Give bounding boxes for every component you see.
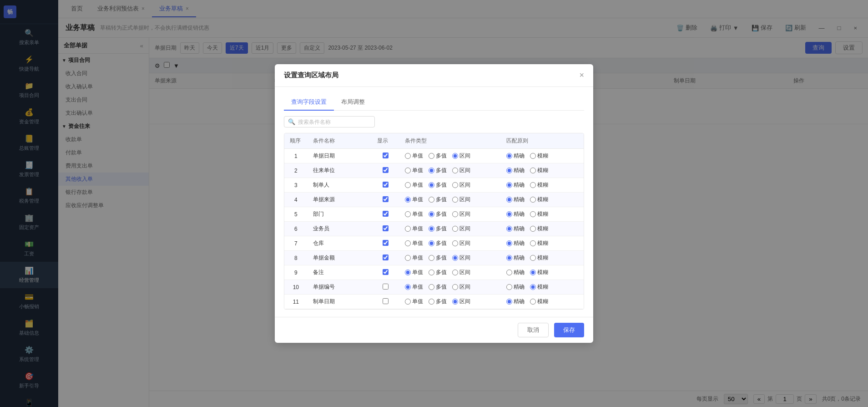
table-row: 2 — [284, 163, 308, 178]
modal-tab-fields[interactable]: 查询字段设置 — [284, 94, 334, 111]
row-type-group: 单值多值区间 — [399, 193, 501, 207]
row-show-checkbox[interactable] — [372, 251, 399, 265]
row-match-group: 精确模糊 — [501, 295, 584, 309]
row-condition-name: 单据金额 — [308, 251, 372, 265]
row-condition-name: 单据来源 — [308, 193, 372, 207]
table-row: 10 — [284, 280, 308, 295]
table-row: 11 — [284, 295, 308, 309]
th-seq: 顺序 — [284, 133, 308, 149]
row-show-checkbox[interactable] — [372, 280, 399, 295]
th-match: 匹配原则 — [501, 133, 584, 149]
table-row: 4 — [284, 193, 308, 207]
table-row: 9 — [284, 265, 308, 280]
modal-tabs: 查询字段设置 布局调整 — [284, 94, 584, 111]
row-match-group: 精确模糊 — [501, 222, 584, 236]
modal-save-button[interactable]: 保存 — [554, 323, 584, 337]
table-row: 1 — [284, 149, 308, 163]
row-match-group: 精确模糊 — [501, 236, 584, 251]
row-type-group: 单值多值区间 — [399, 207, 501, 222]
row-type-group: 单值多值区间 — [399, 295, 501, 309]
modal-body: 查询字段设置 布局调整 🔍 顺序 条件名称 显示 — [275, 87, 593, 317]
row-type-group: 单值多值区间 — [399, 236, 501, 251]
row-condition-name: 仓库 — [308, 236, 372, 251]
row-type-group: 单值多值区间 — [399, 280, 501, 295]
row-show-checkbox[interactable] — [372, 193, 399, 207]
row-show-checkbox[interactable] — [372, 207, 399, 222]
modal-table: 顺序 条件名称 显示 条件类型 匹配原则 1单据日期单值多值区间精确模糊2往来单… — [284, 133, 584, 309]
modal-header: 设置查询区域布局 × — [275, 64, 593, 87]
row-condition-name: 备注 — [308, 265, 372, 280]
modal-search-icon: 🔍 — [288, 118, 295, 125]
modal-search-input[interactable] — [298, 119, 366, 125]
modal-table-container: 顺序 条件名称 显示 条件类型 匹配原则 1单据日期单值多值区间精确模糊2往来单… — [284, 133, 584, 310]
row-match-group: 精确模糊 — [501, 149, 584, 163]
settings-modal: 设置查询区域布局 × 查询字段设置 布局调整 🔍 — [275, 64, 593, 343]
row-condition-name: 业务员 — [308, 222, 372, 236]
table-row: 8 — [284, 251, 308, 265]
row-match-group: 精确模糊 — [501, 251, 584, 265]
row-type-group: 单值多值区间 — [399, 149, 501, 163]
th-name: 条件名称 — [308, 133, 372, 149]
row-show-checkbox[interactable] — [372, 265, 399, 280]
row-show-checkbox[interactable] — [372, 163, 399, 178]
row-match-group: 精确模糊 — [501, 265, 584, 280]
row-show-checkbox[interactable] — [372, 149, 399, 163]
table-row: 3 — [284, 178, 308, 193]
row-match-group: 精确模糊 — [501, 280, 584, 295]
row-type-group: 单值多值区间 — [399, 251, 501, 265]
table-row: 7 — [284, 236, 308, 251]
row-type-group: 单值多值区间 — [399, 178, 501, 193]
row-condition-name: 制单日期 — [308, 295, 372, 309]
row-show-checkbox[interactable] — [372, 295, 399, 309]
row-show-checkbox[interactable] — [372, 222, 399, 236]
modal-close-button[interactable]: × — [579, 71, 584, 80]
th-show: 显示 — [372, 133, 399, 149]
modal-tab-layout[interactable]: 布局调整 — [334, 94, 372, 111]
table-row: 5 — [284, 207, 308, 222]
row-type-group: 单值多值区间 — [399, 163, 501, 178]
row-show-checkbox[interactable] — [372, 178, 399, 193]
row-match-group: 精确模糊 — [501, 193, 584, 207]
row-condition-name: 制单人 — [308, 178, 372, 193]
modal-title: 设置查询区域布局 — [284, 71, 338, 80]
row-condition-name: 部门 — [308, 207, 372, 222]
row-match-group: 精确模糊 — [501, 207, 584, 222]
table-row: 6 — [284, 222, 308, 236]
th-type: 条件类型 — [399, 133, 501, 149]
row-type-group: 单值多值区间 — [399, 222, 501, 236]
cancel-button[interactable]: 取消 — [518, 323, 549, 337]
modal-overlay: 设置查询区域布局 × 查询字段设置 布局调整 🔍 — [0, 0, 868, 407]
row-condition-name: 往来单位 — [308, 163, 372, 178]
row-condition-name: 单据编号 — [308, 280, 372, 295]
modal-footer: 取消 保存 — [275, 317, 593, 343]
row-condition-name: 单据日期 — [308, 149, 372, 163]
row-type-group: 单值多值区间 — [399, 265, 501, 280]
row-match-group: 精确模糊 — [501, 178, 584, 193]
row-match-group: 精确模糊 — [501, 163, 584, 178]
row-show-checkbox[interactable] — [372, 236, 399, 251]
modal-search-box: 🔍 — [284, 116, 375, 127]
